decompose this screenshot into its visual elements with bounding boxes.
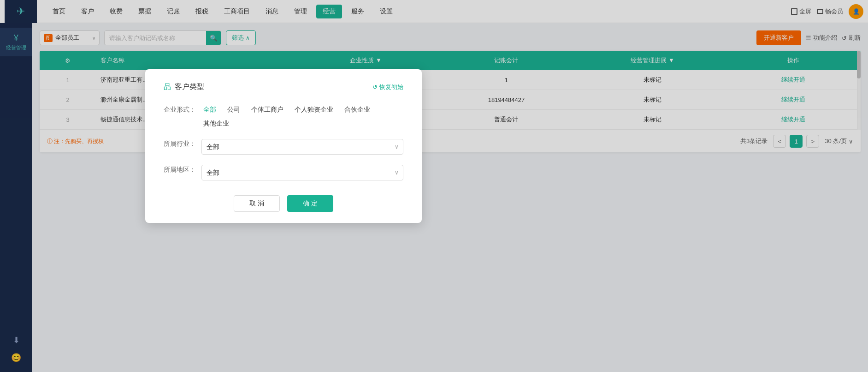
reset-label: 恢复初始 <box>379 83 403 91</box>
confirm-button[interactable]: 确 定 <box>287 195 333 212</box>
region-label: 所属地区： <box>164 165 196 174</box>
modal-footer: 取 消 确 定 <box>164 195 403 212</box>
cancel-button[interactable]: 取 消 <box>234 195 280 212</box>
option-sole[interactable]: 个人独资企业 <box>293 105 335 115</box>
modal-header: 品 客户类型 ↺ 恢复初始 <box>164 82 403 92</box>
option-other[interactable]: 其他企业 <box>201 119 231 129</box>
reset-button[interactable]: ↺ 恢复初始 <box>372 83 403 91</box>
region-form-row: 所属地区： 全部 ∨ <box>164 165 403 180</box>
region-select-wrap: 全部 ∨ <box>201 165 403 180</box>
option-individual[interactable]: 个体工商户 <box>249 105 285 115</box>
option-partnership[interactable]: 合伙企业 <box>342 105 372 115</box>
modal-title-text: 客户类型 <box>175 82 204 92</box>
enterprise-label: 企业形式： <box>164 105 196 114</box>
option-all[interactable]: 全部 <box>201 105 218 115</box>
enterprise-options: 全部 公司 个体工商户 个人独资企业 合伙企业 其他企业 <box>201 105 403 129</box>
modal-title-icon: 品 <box>164 82 171 92</box>
industry-select-wrap: 全部 ∨ <box>201 139 403 155</box>
industry-label: 所属行业： <box>164 139 196 148</box>
modal-overlay: 品 客户类型 ↺ 恢复初始 企业形式： 全部 公司 个体工商户 个人独资企业 合… <box>0 0 868 372</box>
enterprise-form-row: 企业形式： 全部 公司 个体工商户 个人独资企业 合伙企业 其他企业 <box>164 105 403 129</box>
reset-icon: ↺ <box>372 84 378 90</box>
filter-modal: 品 客户类型 ↺ 恢复初始 企业形式： 全部 公司 个体工商户 个人独资企业 合… <box>145 69 422 223</box>
modal-title: 品 客户类型 <box>164 82 204 92</box>
option-company[interactable]: 公司 <box>225 105 242 115</box>
region-select[interactable]: 全部 <box>201 165 403 180</box>
industry-form-row: 所属行业： 全部 ∨ <box>164 139 403 155</box>
industry-select[interactable]: 全部 <box>201 139 403 155</box>
